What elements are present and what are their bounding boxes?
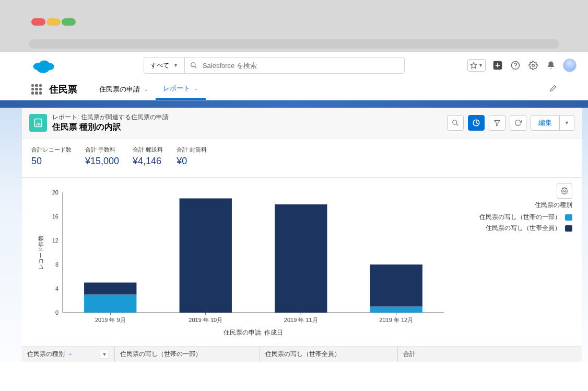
help-button[interactable]: [510, 60, 521, 71]
svg-text:住民票の申請: 作成日: 住民票の申請: 作成日: [223, 329, 284, 336]
svg-line-5: [195, 66, 197, 68]
svg-text:16: 16: [52, 213, 58, 220]
search-report-button[interactable]: [447, 115, 464, 131]
star-icon: [470, 62, 477, 69]
tab-applications[interactable]: 住民票の申請 ⌄: [92, 78, 156, 100]
metric-value: ¥4,146: [133, 156, 163, 167]
svg-text:0: 0: [55, 309, 58, 316]
metric-label: 合計 手数料: [85, 146, 119, 154]
chart-settings-button[interactable]: [557, 183, 572, 199]
svg-rect-41: [370, 307, 422, 313]
setup-button[interactable]: [527, 60, 539, 71]
svg-rect-31: [84, 295, 136, 313]
window-controls: [31, 18, 76, 26]
refresh-icon: [514, 119, 522, 126]
legend-title: 住民票の種別: [468, 201, 572, 210]
search-icon: [190, 62, 197, 69]
legend-label: 住民票の写し（世帯全員）: [486, 224, 561, 233]
notifications-button[interactable]: [545, 60, 557, 71]
app-nav-bar: 住民票 住民票の申請 ⌄ レポート ⌄: [0, 78, 588, 100]
search-scope-dropdown[interactable]: すべて ▼: [144, 58, 185, 73]
search-input[interactable]: [203, 62, 399, 70]
column-header-group[interactable]: 住民票の種別 → ▼: [22, 347, 115, 362]
metric-label: 合計 封筒料: [177, 146, 207, 154]
global-search: すべて ▼: [144, 57, 405, 74]
edit-nav-button[interactable]: [549, 85, 557, 94]
svg-line-18: [456, 124, 458, 126]
report-breadcrumb: レポート: 住民票が関連する住民票の申請: [52, 113, 447, 122]
browser-chrome: [0, 0, 588, 52]
metric-label: 合計 郵送料: [133, 146, 163, 154]
filter-icon: [493, 119, 501, 126]
tab-reports[interactable]: レポート ⌄: [156, 78, 206, 100]
user-avatar[interactable]: [563, 59, 577, 72]
pencil-icon: [549, 85, 557, 92]
svg-text:4: 4: [55, 285, 58, 292]
bell-icon: [546, 61, 556, 70]
maximize-window-icon[interactable]: [62, 18, 76, 26]
search-scope-label: すべて: [150, 61, 169, 70]
svg-point-3: [37, 65, 49, 73]
edit-report-button[interactable]: 編集: [531, 115, 560, 131]
decorative-band: [0, 100, 588, 108]
svg-rect-42: [370, 264, 422, 307]
chevron-down-icon: ▼: [565, 120, 569, 125]
tab-label: 住民票の申請: [99, 85, 140, 94]
report-icon: [29, 114, 47, 132]
global-header: すべて ▼ ▼: [0, 52, 588, 78]
column-label: 住民票の写し（世帯の一部）: [120, 350, 202, 359]
svg-rect-38: [275, 204, 327, 313]
chart-panel: 048121620レコード件数2019 年 9月2019 年 10月2019 年…: [22, 178, 582, 346]
close-window-icon[interactable]: [31, 18, 45, 26]
summary-metrics: 合計レコード数 50 合計 手数料 ¥15,000 合計 郵送料 ¥4,146 …: [22, 139, 582, 178]
global-actions-button[interactable]: [492, 60, 503, 71]
column-label: 住民票の種別: [27, 350, 65, 358]
column-label: 合計: [403, 350, 416, 359]
header-actions: ▼: [467, 59, 577, 72]
legend-swatch: [565, 225, 572, 232]
app-name: 住民票: [49, 83, 77, 96]
result-table-header: 住民票の種別 → ▼ 住民票の写し（世帯の一部） 住民票の写し（世帯全員） 合計: [22, 346, 582, 362]
column-header[interactable]: 合計: [398, 347, 582, 362]
refresh-button[interactable]: [510, 115, 526, 131]
svg-text:2019 年 10月: 2019 年 10月: [189, 317, 222, 323]
toggle-chart-button[interactable]: [468, 115, 485, 131]
plus-icon: [492, 60, 503, 71]
chart-icon: [473, 119, 480, 126]
chevron-down-icon: ▼: [173, 63, 178, 68]
column-header[interactable]: 住民票の写し（世帯全員）: [260, 347, 398, 362]
url-bar[interactable]: [29, 39, 559, 49]
gear-icon: [528, 61, 538, 70]
report-title: 住民票 種別の内訳: [52, 122, 447, 133]
search-input-wrap: [185, 58, 404, 73]
search-icon: [452, 119, 459, 126]
salesforce-logo[interactable]: [31, 57, 55, 74]
metric-label: 合計レコード数: [31, 146, 72, 154]
legend-item[interactable]: 住民票の写し（世帯全員）: [468, 224, 572, 233]
favorites-dropdown[interactable]: ▼: [467, 59, 486, 72]
svg-marker-20: [495, 120, 500, 126]
gear-icon: [561, 187, 568, 194]
tab-label: レポート: [163, 84, 190, 93]
svg-rect-32: [84, 283, 136, 295]
app-launcher-icon[interactable]: [31, 84, 42, 95]
svg-text:8: 8: [55, 261, 58, 268]
question-icon: [511, 61, 520, 70]
edit-label: 編集: [538, 118, 552, 128]
filter-button[interactable]: [489, 115, 505, 131]
chevron-down-icon: ⌄: [144, 87, 148, 92]
svg-point-12: [532, 64, 535, 67]
chevron-down-icon: ▼: [478, 63, 483, 68]
svg-text:2019 年 11月: 2019 年 11月: [284, 317, 318, 323]
legend-item[interactable]: 住民票の写し（世帯の一部）: [468, 213, 572, 222]
bar-chart: 048121620レコード件数2019 年 9月2019 年 10月2019 年…: [31, 182, 449, 339]
column-menu-button[interactable]: ▼: [100, 350, 109, 359]
edit-report-dropdown[interactable]: ▼: [560, 115, 574, 131]
chart-legend: 住民票の種別 住民票の写し（世帯の一部） 住民票の写し（世帯全員）: [468, 182, 572, 341]
legend-swatch: [565, 214, 572, 221]
minimize-window-icon[interactable]: [46, 18, 61, 26]
column-header[interactable]: 住民票の写し（世帯の一部）: [115, 347, 260, 362]
svg-text:2019 年 12月: 2019 年 12月: [379, 317, 413, 323]
svg-point-4: [191, 63, 195, 67]
report-header: レポート: 住民票が関連する住民票の申請 住民票 種別の内訳 編集: [22, 108, 582, 139]
